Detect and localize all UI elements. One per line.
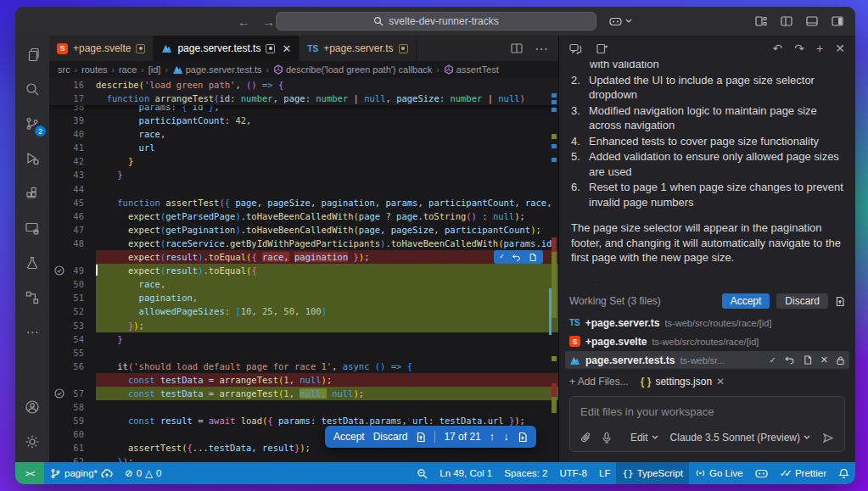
- discard-change-button[interactable]: Discard: [373, 430, 408, 444]
- diff-line-icon[interactable]: [529, 253, 537, 261]
- code-line-52[interactable]: 52 allowedPageSizes: [10, 25, 50, 100]: [49, 304, 558, 318]
- toggle-primary-sidebar-icon[interactable]: [781, 16, 792, 26]
- status-ln-49-col-1[interactable]: Ln 49, Col 1: [434, 462, 498, 484]
- code-line-43[interactable]: 43 }: [49, 168, 558, 181]
- mic-icon[interactable]: [602, 432, 612, 444]
- code-line-40[interactable]: 40 race,: [49, 127, 558, 141]
- thumbs-down-icon[interactable]: [615, 284, 626, 286]
- code-line-62[interactable]: 62 });: [49, 455, 558, 462]
- code-line-16[interactable]: 16describe('load green path', () => {: [49, 78, 558, 92]
- activity-explorer-icon[interactable]: [22, 44, 42, 64]
- next-change-icon[interactable]: ↓: [503, 430, 509, 444]
- code-line-45[interactable]: 45 function assertTest({ page, pageSize,…: [49, 196, 558, 209]
- code-line-deleted[interactable]: expect(result).toEqual({ race, paginatio…: [49, 250, 558, 264]
- breadcrumb-item[interactable]: describe('load green path') callback: [273, 64, 432, 75]
- discard-line-icon[interactable]: [512, 254, 520, 261]
- copilot-menu-button[interactable]: [609, 17, 632, 26]
- status-lf[interactable]: LF: [593, 462, 616, 484]
- discard-file-icon[interactable]: [784, 356, 794, 365]
- model-picker[interactable]: Claude 3.5 Sonnet (Preview): [670, 432, 810, 444]
- working-set-file--page-svelte[interactable]: S+page.sveltets-web/src/routes/race/[id]: [565, 332, 849, 350]
- activity-search-icon[interactable]: [22, 79, 42, 99]
- code-line-47[interactable]: 47 expect(getPagination).toHaveBeenCalle…: [49, 223, 558, 237]
- chat-sessions-icon[interactable]: [569, 43, 582, 54]
- test-pass-icon[interactable]: [54, 265, 64, 276]
- status-typescript[interactable]: {}TypeScript: [616, 462, 689, 484]
- breadcrumb-item[interactable]: assertTest: [444, 64, 499, 75]
- add-files-button[interactable]: + Add Files...: [569, 376, 629, 388]
- git-branch-item[interactable]: paging*: [44, 462, 119, 484]
- add-chat-icon[interactable]: +: [816, 42, 823, 55]
- split-editor-icon[interactable]: [511, 43, 523, 53]
- open-file-icon[interactable]: [803, 355, 812, 365]
- close-tab-icon[interactable]: ✕: [282, 42, 291, 55]
- send-icon[interactable]: [822, 432, 834, 444]
- history-back-icon[interactable]: ←: [238, 14, 250, 29]
- modified-indicator[interactable]: [136, 44, 145, 53]
- code-line-49[interactable]: 49 expect(result).toEqual({: [49, 264, 558, 277]
- activity-more-icon[interactable]: ⋯: [22, 322, 42, 343]
- activity-remote-explorer-icon[interactable]: [22, 218, 42, 238]
- code-line-54[interactable]: 54 }: [49, 332, 558, 346]
- diff-file-icon[interactable]: [416, 432, 426, 443]
- toggle-panel-icon[interactable]: [806, 16, 818, 26]
- code-line-46[interactable]: 46 expect(getParsedPage).toHaveBeenCalle…: [49, 209, 558, 223]
- code-line-41[interactable]: 41 url: [49, 141, 558, 154]
- code-line-56[interactable]: 56 it('should load default page for race…: [49, 360, 558, 373]
- working-set-file--page-server-ts[interactable]: TS+page.server.tsts-web/src/routes/race/…: [565, 314, 849, 332]
- activity-account-icon[interactable]: [22, 397, 42, 417]
- remove-chip-icon[interactable]: ✕: [716, 376, 725, 388]
- chat-input-box[interactable]: Edit files in your workspace Edit Claude…: [569, 396, 845, 452]
- code-line-42[interactable]: 42 }: [49, 154, 558, 168]
- modified-indicator[interactable]: [266, 44, 275, 53]
- problems-item[interactable]: ⊘ 0 △ 0: [119, 462, 167, 484]
- open-diff-icon[interactable]: [518, 432, 528, 443]
- overview-ruler[interactable]: [548, 78, 558, 462]
- activity-references-icon[interactable]: [22, 287, 42, 308]
- code-editor[interactable]: 38 params: { id },39 participantCount: 4…: [49, 78, 558, 462]
- attach-icon[interactable]: [580, 432, 591, 444]
- modified-indicator[interactable]: [399, 44, 408, 53]
- accept-all-button[interactable]: Accept: [722, 293, 770, 309]
- customize-layout-icon[interactable]: [755, 16, 767, 26]
- settings-json-chip[interactable]: { } settings.json ✕: [641, 376, 725, 388]
- remote-indicator[interactable]: ><: [15, 462, 44, 484]
- breadcrumb-item[interactable]: page.server.test.ts: [172, 64, 262, 75]
- lock-file-icon[interactable]: [837, 355, 845, 365]
- new-chat-icon[interactable]: [596, 43, 608, 54]
- undo-edit-icon[interactable]: ↶: [773, 42, 783, 55]
- discard-all-button[interactable]: Discard: [776, 293, 828, 309]
- code-line-deleted[interactable]: const testData = arrangeTest(1, null);: [49, 373, 558, 387]
- toggle-secondary-sidebar-icon[interactable]: [832, 16, 843, 26]
- activity-run-debug-icon[interactable]: [22, 148, 42, 169]
- code-line-44[interactable]: 44: [49, 182, 558, 196]
- remove-file-icon[interactable]: ✕: [820, 354, 828, 365]
- activity-settings-gear-icon[interactable]: [22, 432, 42, 452]
- accept-file-icon[interactable]: ✓: [769, 355, 776, 365]
- status-utf-8[interactable]: UTF-8: [553, 462, 593, 484]
- code-line-17[interactable]: 17 function arrangeTest(id: number, page…: [49, 92, 558, 105]
- command-center-search[interactable]: svelte-dev-runner-tracks: [276, 12, 596, 31]
- code-line-55[interactable]: 55: [49, 346, 558, 360]
- status-prettier[interactable]: ✓✓Prettier: [774, 462, 832, 484]
- breadcrumb-item[interactable]: routes: [81, 64, 108, 75]
- accept-line-icon[interactable]: ✓: [500, 252, 504, 263]
- accept-change-button[interactable]: Accept: [333, 430, 365, 444]
- code-line-57[interactable]: 57 const testData = arrangeTest(1, null,…: [49, 387, 558, 400]
- status-go-live[interactable]: Go Live: [689, 462, 749, 484]
- working-set-file-page-server-test-ts[interactable]: page.server.test.tsts-web/sr...✓✕: [565, 351, 849, 369]
- status-zoom[interactable]: [411, 462, 434, 484]
- code-line-58[interactable]: 58: [49, 400, 558, 414]
- test-pass-icon[interactable]: [54, 388, 64, 399]
- compare-files-icon[interactable]: [835, 296, 845, 307]
- tab-page-server-test-ts[interactable]: page.server.test.ts✕: [154, 36, 300, 61]
- code-line-50[interactable]: 50 race,: [49, 277, 558, 291]
- activity-extensions-icon[interactable]: [22, 183, 42, 204]
- activity-testing-icon[interactable]: [22, 253, 42, 273]
- code-line-39[interactable]: 39 participantCount: 42,: [49, 114, 558, 127]
- status-bell[interactable]: [832, 462, 855, 484]
- status-spaces-2[interactable]: Spaces: 2: [498, 462, 553, 484]
- breadcrumb-item[interactable]: src: [58, 64, 70, 75]
- history-forward-icon[interactable]: →: [262, 14, 275, 29]
- prev-change-icon[interactable]: ↑: [490, 430, 496, 444]
